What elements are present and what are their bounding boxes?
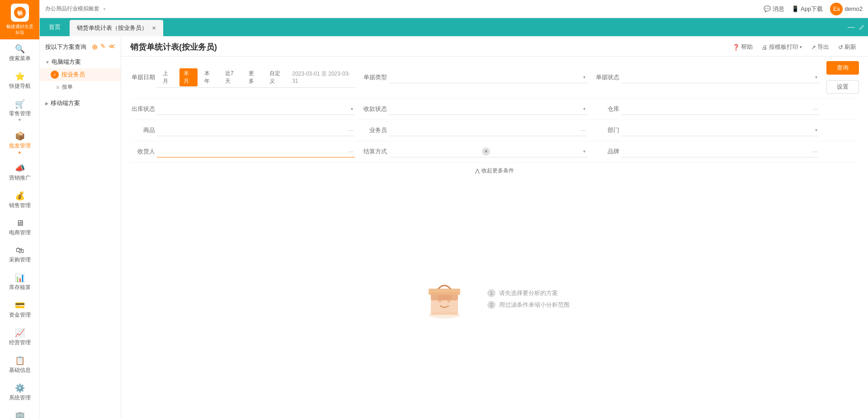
tab-maximize-icon[interactable]: ⤢ — [859, 23, 864, 32]
bill-type-arrow: ▾ — [583, 75, 585, 80]
sidebar-item-wholesale[interactable]: 📦 批发管理 ▲ — [0, 127, 39, 159]
page-title: 销货单统计表(按业务员) — [130, 42, 217, 52]
date-btn-custom[interactable]: 自定义 — [265, 68, 288, 86]
main-area: 办公用品行业模拟账套 ▾ 💬 消息 📱 App下载 Ea demo2 首页 销货… — [40, 0, 868, 418]
payment-select[interactable]: ▾ — [389, 103, 587, 115]
left-panel-header: 按以下方案查询 ⊕ ✎ ≪ — [40, 40, 121, 54]
sidebar-item-sales-label: 销售管理 — [9, 202, 31, 209]
sidebar-item-operations[interactable]: 📈 经营管理 — [0, 323, 39, 351]
add-scheme-icon[interactable]: ⊕ — [92, 43, 98, 51]
department-arrow: ▾ — [815, 128, 817, 133]
sidebar-item-finance[interactable]: 💳 资金管理 — [0, 296, 39, 323]
tab-home[interactable]: 首页 — [40, 18, 70, 36]
step-num-2: 2 — [487, 301, 495, 309]
receiver-dots[interactable]: ··· — [349, 148, 353, 155]
tree-desktop-label[interactable]: ▼ 电脑端方案 — [40, 56, 121, 68]
sidebar-item-marketing[interactable]: 📣 营销推广 — [0, 159, 39, 186]
edit-scheme-icon[interactable]: ✎ — [100, 43, 106, 51]
search-icon: 🔍 — [15, 44, 25, 54]
date-btn-more[interactable]: 更多 — [245, 68, 263, 86]
salesperson-dots[interactable]: ··· — [581, 127, 585, 133]
collapse-icon: ⋀ — [475, 168, 480, 174]
tree-item-by-order[interactable]: ≡ 按单 — [40, 81, 121, 93]
settings-button[interactable]: 设置 — [826, 80, 859, 94]
settlement-clear-btn[interactable]: ✕ — [482, 147, 490, 156]
step-1-text: 请先选择要分析的方案 — [499, 289, 558, 297]
sidebar-item-system-label: 系统管理 — [9, 394, 31, 402]
sales-icon: 💰 — [15, 191, 25, 201]
collapse-panel-icon[interactable]: ≪ — [108, 43, 115, 51]
basic-info-icon: 📋 — [15, 356, 25, 366]
settlement-arrow: ▾ — [583, 149, 585, 154]
tree-mobile-label[interactable]: ▶ 移动端方案 — [40, 97, 121, 109]
bill-type-select[interactable]: ▾ — [389, 71, 587, 83]
purchase-icon: 🛍 — [16, 246, 24, 255]
sidebar-item-purchase[interactable]: 🛍 采购管理 — [0, 241, 39, 268]
department-select[interactable]: ▾ — [621, 124, 819, 136]
marketing-icon: 📣 — [15, 163, 25, 173]
empty-illustration — [420, 274, 469, 324]
date-btn-this-year[interactable]: 本年 — [200, 68, 218, 86]
message-btn[interactable]: 💬 消息 — [764, 5, 784, 13]
sidebar-item-search[interactable]: 🔍 搜索菜单 — [0, 39, 39, 67]
bill-status-select[interactable]: ▾ — [621, 71, 819, 83]
warehouse-label: 仓库 — [594, 105, 619, 113]
sidebar-item-basic-info-label: 基础信息 — [9, 366, 31, 374]
collapse-btn[interactable]: ⋀ 收起更多条件 — [472, 164, 517, 177]
help-btn[interactable]: ❓ 帮助 — [730, 42, 755, 52]
sidebar-item-basic-info[interactable]: 📋 基础信息 — [0, 351, 39, 379]
sidebar-item-sales[interactable]: 💰 销售管理 — [0, 186, 39, 214]
outbound-select[interactable]: ▾ — [157, 103, 355, 115]
empty-content: 1 请先选择要分析的方案 2 用过滤条件来缩小分析范围 — [420, 274, 570, 324]
user-avatar[interactable]: Ea demo2 — [830, 3, 863, 15]
warehouse-select[interactable]: ··· — [621, 103, 819, 115]
empty-area: 1 请先选择要分析的方案 2 用过滤条件来缩小分析范围 — [121, 180, 868, 418]
app-download-btn[interactable]: 📱 App下载 — [792, 5, 823, 13]
operations-icon: 📈 — [15, 328, 25, 338]
goods-dots[interactable]: ··· — [349, 127, 353, 133]
step-num-1: 1 — [487, 289, 495, 297]
warehouse-dots[interactable]: ··· — [813, 106, 817, 112]
sidebar-item-enterprise[interactable]: 🏢 企业协同 — [0, 406, 39, 418]
export-btn[interactable]: ↗ 导出 — [808, 42, 832, 52]
date-btn-last-month[interactable]: 上月 — [159, 68, 177, 86]
sidebar-item-inventory[interactable]: 📊 库存核算 — [0, 268, 39, 296]
tab-close-icon[interactable]: ✕ — [152, 25, 156, 31]
sidebar-item-retail[interactable]: 🛒 零售管理 ▼ — [0, 95, 39, 127]
tree-item-salesperson[interactable]: ✓ 按业务员 — [40, 68, 121, 81]
sidebar-item-system[interactable]: ⚙️ 系统管理 — [0, 379, 39, 406]
receiver-input[interactable]: ··· — [157, 146, 355, 157]
tab-minimize-icon[interactable]: — — [848, 23, 855, 31]
department-row: 部门 ▾ — [594, 124, 819, 136]
print-btn[interactable]: 🖨 按模板打印 ▾ — [759, 42, 805, 52]
ecommerce-icon: 🖥 — [16, 218, 24, 228]
goods-row: 商品 ··· — [130, 124, 355, 136]
refresh-label: 刷新 — [844, 43, 856, 51]
empty-step-1: 1 请先选择要分析的方案 — [487, 289, 570, 297]
sidebar: 畅 畅捷通好生意 标版 🔍 搜索菜单 ⭐ 快捷导航 🛒 零售管理 ▼ 📦 批发管… — [0, 0, 40, 418]
svg-text:畅: 畅 — [17, 10, 23, 16]
tab-bar-right: — ⤢ — [848, 23, 868, 32]
date-btn-7days[interactable]: 近7天 — [221, 68, 242, 86]
action-buttons: 查询 设置 — [826, 61, 859, 94]
brand-label: 品牌 — [594, 147, 619, 156]
salesperson-select[interactable]: ··· — [389, 124, 587, 136]
settlement-select[interactable]: ✕ ▾ — [389, 146, 587, 157]
brand-dots[interactable]: ··· — [813, 148, 817, 155]
enterprise-icon: 🏢 — [15, 411, 25, 418]
refresh-btn[interactable]: ↺ 刷新 — [835, 42, 859, 52]
brand-select[interactable]: ··· — [621, 146, 819, 157]
system-icon: ⚙️ — [15, 383, 25, 393]
svg-point-7 — [439, 300, 441, 303]
logo[interactable]: 畅 畅捷通好生意 标版 — [0, 0, 39, 39]
sidebar-item-quick-nav[interactable]: ⭐ 快捷导航 — [0, 67, 39, 95]
export-icon: ↗ — [811, 44, 816, 51]
sidebar-item-ecommerce[interactable]: 🖥 电商管理 — [0, 214, 39, 241]
date-btn-this-month[interactable]: 本月 — [179, 68, 198, 86]
query-button[interactable]: 查询 — [826, 61, 859, 75]
tree-desktop-text: 电脑端方案 — [52, 58, 81, 66]
left-panel: 按以下方案查询 ⊕ ✎ ≪ ▼ 电脑端方案 ✓ 按业务员 ≡ 按 — [40, 36, 121, 418]
goods-select[interactable]: ··· — [157, 124, 355, 136]
tab-sales-stats[interactable]: 销货单统计表（按业务员） ✕ — [70, 20, 163, 36]
print-icon: 🖨 — [762, 44, 768, 51]
